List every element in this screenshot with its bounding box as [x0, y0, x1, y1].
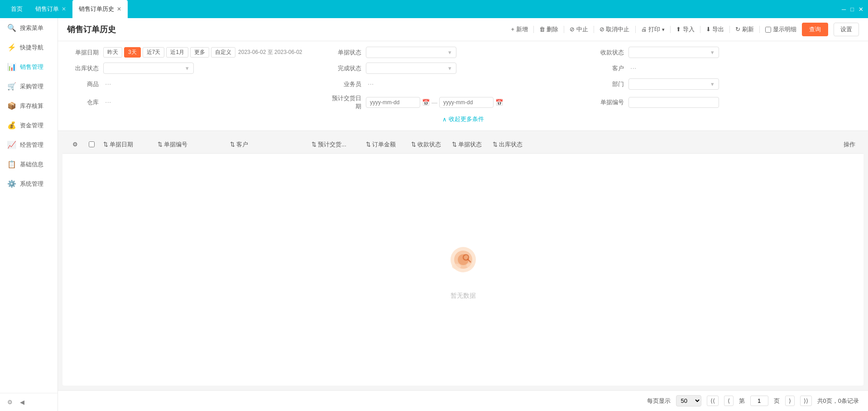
settings-button[interactable]: 设置 [834, 23, 859, 36]
delivery-date-to[interactable] [439, 97, 494, 108]
th-bill-status[interactable]: ⇅ 单据状态 [448, 140, 489, 149]
complete-status-control: ▾ [366, 63, 583, 74]
query-button[interactable]: 查询 [802, 23, 828, 36]
divider5 [670, 26, 671, 33]
show-details-checkbox[interactable]: 显示明细 [765, 25, 796, 34]
new-button[interactable]: + 新增 [511, 25, 528, 34]
data-table: ⚙ ⇅ 单据日期 ⇅ 单据编号 ⇅ 客户 ⇅ [62, 135, 863, 386]
date-range-text: 2023-06-02 至 2023-06-02 [238, 48, 302, 56]
th-amount-sort: ⇅ [366, 141, 371, 148]
bill-no-input[interactable] [628, 97, 719, 108]
tab-sales-history[interactable]: 销售订单历史 ✕ [72, 0, 128, 18]
print-button-label: 🖨 打印 [641, 25, 661, 34]
out-stock-select[interactable]: ▾ [103, 63, 194, 74]
sidebar-item-stock[interactable]: 📦 库存核算 [0, 96, 58, 116]
th-checkbox[interactable] [83, 141, 100, 147]
sidebar-item-basic[interactable]: 📋 基础信息 [0, 155, 58, 174]
department-control: ▾ [628, 78, 846, 90]
window-close[interactable]: ✕ [858, 6, 863, 13]
warehouse-dots[interactable]: ··· [105, 98, 111, 106]
page-first-button[interactable]: ⟨⟨ [707, 396, 719, 406]
page-prev-button[interactable]: ⟨ [724, 396, 734, 406]
bill-date-label: 单据日期 [67, 48, 103, 57]
th-bill-date[interactable]: ⇅ 单据日期 [100, 140, 154, 149]
date-separator: — [432, 99, 437, 106]
sidebar-settings-icon[interactable]: ⚙ [7, 399, 13, 406]
sidebar: 🔍 搜索菜单 ⚡ 快捷导航 📊 销售管理 🛒 采购管理 📦 库存核算 💰 资金管… [0, 18, 58, 411]
th-settings[interactable]: ⚙ [67, 141, 83, 148]
stop-button[interactable]: ⊘ 中止 [570, 25, 588, 34]
th-delivery[interactable]: ⇅ 预计交货... [308, 140, 362, 149]
select-all-checkbox[interactable] [89, 141, 95, 147]
top-bar: 首页 销售订单 ✕ 销售订单历史 ✕ ─ □ ✕ [0, 0, 868, 18]
export-button[interactable]: ⬇ 导出 [706, 25, 724, 34]
payment-status-select[interactable]: ▾ [628, 47, 719, 58]
calendar-from-icon[interactable]: 📅 [422, 99, 430, 106]
date-btn-more[interactable]: 更多 [190, 47, 209, 58]
page-next-button[interactable]: ⟩ [785, 396, 795, 406]
window-minimize[interactable]: ─ [842, 6, 846, 13]
delivery-date-control: 📅 — 📅 [366, 97, 583, 108]
divider1 [533, 26, 534, 33]
tab-sales-history-close[interactable]: ✕ [117, 6, 121, 12]
th-out-stock-label: 出库状态 [499, 140, 523, 149]
date-btn-custom[interactable]: 自定义 [211, 47, 235, 58]
collapse-button[interactable]: ∧ 收起更多条件 [442, 115, 484, 123]
collapse-label: 收起更多条件 [449, 115, 484, 123]
print-dropdown-icon[interactable]: ▾ [662, 27, 665, 33]
sidebar-item-system[interactable]: ⚙️ 系统管理 [0, 174, 58, 193]
page-last-button[interactable]: ⟩⟩ [800, 396, 812, 406]
th-payment-status[interactable]: ⇅ 收款状态 [408, 140, 448, 149]
customer-dots[interactable]: ··· [630, 64, 636, 73]
sidebar-item-quick-nav[interactable]: ⚡ 快捷导航 [0, 38, 58, 57]
delivery-date-inputs: 📅 — 📅 [366, 97, 503, 108]
calendar-to-icon[interactable]: 📅 [495, 99, 503, 106]
tab-sales-order-close[interactable]: ✕ [62, 6, 66, 12]
cancel-stop-button[interactable]: ⊘ 取消中止 [599, 25, 630, 34]
sidebar-item-purchase[interactable]: 🛒 采购管理 [0, 77, 58, 96]
sidebar-item-sales[interactable]: 📊 销售管理 [0, 57, 58, 77]
sidebar-item-quick-nav-label: 快捷导航 [20, 44, 43, 52]
sidebar-collapse-icon[interactable]: ◀ [20, 399, 24, 406]
window-maximize[interactable]: □ [850, 6, 854, 13]
delivery-date-from[interactable] [366, 97, 420, 108]
date-btn-today[interactable]: 昨天 [103, 47, 122, 58]
th-bill-status-label: 单据状态 [458, 140, 482, 149]
sidebar-item-search[interactable]: 🔍 搜索菜单 [0, 18, 58, 38]
th-ops: 操作 [530, 140, 859, 149]
tab-sales-order[interactable]: 销售订单 ✕ [29, 0, 72, 18]
filter-row-2: 出库状态 ▾ 完成状态 ▾ 客户 ··· [67, 63, 859, 74]
date-btn-3days[interactable]: 3天 [124, 47, 141, 58]
toolbar: + 新增 🗑 删除 ⊘ 中止 ⊘ 取消中止 🖨 打印 ▾ [511, 23, 859, 36]
purchase-icon: 🛒 [7, 82, 16, 91]
th-bill-no[interactable]: ⇅ 单据编号 [154, 140, 226, 149]
import-button[interactable]: ⬆ 导入 [676, 25, 695, 34]
department-select[interactable]: ▾ [628, 78, 719, 90]
date-btn-7days[interactable]: 近7天 [143, 47, 165, 58]
print-button[interactable]: 🖨 打印 ▾ [641, 25, 665, 34]
refresh-button[interactable]: ↻ 刷新 [735, 25, 754, 34]
show-details-input[interactable] [765, 27, 771, 33]
new-button-label: + 新增 [511, 25, 528, 34]
th-amount[interactable]: ⇅ 订单金额 [362, 140, 408, 149]
product-dots[interactable]: ··· [105, 80, 111, 88]
salesperson-dots[interactable]: ··· [368, 80, 374, 88]
tab-home[interactable]: 首页 [5, 0, 29, 18]
bill-status-select[interactable]: ▾ [366, 47, 456, 58]
per-page-select[interactable]: 10 20 50 100 [676, 395, 701, 406]
sidebar-item-finance[interactable]: 💰 资金管理 [0, 116, 58, 135]
page-header: 销售订单历史 + 新增 🗑 删除 ⊘ 中止 ⊘ 取消中止 [58, 18, 868, 41]
delete-button[interactable]: 🗑 删除 [539, 25, 559, 34]
complete-status-select[interactable]: ▾ [366, 63, 456, 74]
page-label: 第 [739, 397, 745, 405]
sidebar-item-ops[interactable]: 📈 经营管理 [0, 135, 58, 155]
per-page-label: 每页显示 [647, 397, 671, 405]
page-suffix: 页 [774, 397, 780, 405]
date-btn-1month[interactable]: 近1月 [166, 47, 188, 58]
th-customer[interactable]: ⇅ 客户 [226, 140, 308, 149]
th-out-stock[interactable]: ⇅ 出库状态 [489, 140, 530, 149]
filter-row-4: 仓库 ··· 预计交货日期 📅 — 📅 单据编号 [67, 94, 859, 111]
salesperson-control: ··· [366, 80, 583, 88]
page-number-input[interactable] [750, 396, 768, 406]
divider2 [564, 26, 564, 33]
